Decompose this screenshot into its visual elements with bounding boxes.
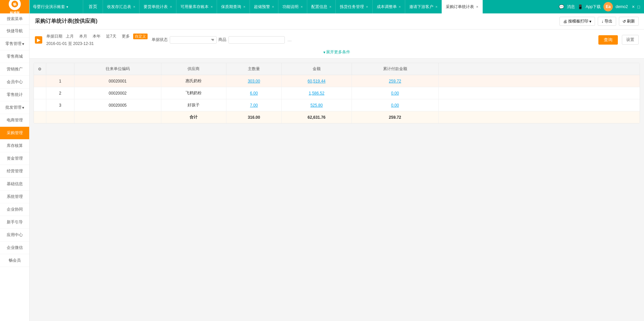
top-nav-bar: 母婴行业演示账套 ▾ 首页 收发存汇总表 × 要货单统计表 × 可用量库存账本 …	[30, 0, 644, 13]
cell-extra-3	[438, 99, 640, 111]
date-btn-more[interactable]: 更多	[120, 33, 132, 40]
close-icon3[interactable]: ×	[211, 5, 213, 9]
sidebar-item-app-center[interactable]: 应用中心	[0, 229, 29, 242]
cell-qty-3[interactable]: 7.00	[226, 99, 282, 111]
cell-amount-3[interactable]: 525.80	[281, 99, 352, 111]
refresh-icon: ↺	[623, 19, 626, 24]
filter-toggle-button[interactable]: ▶	[35, 36, 42, 44]
print-button[interactable]: 🖨 按模板打印 ▾	[559, 17, 595, 26]
cell-num-3: 3	[46, 99, 74, 111]
date-btn-this-year[interactable]: 本年	[91, 33, 103, 40]
sidebar-item-quick-nav[interactable]: 快捷导航	[0, 25, 29, 38]
sidebar-item-enterprise-coop[interactable]: 企业协同	[0, 203, 29, 216]
cell-paid-3[interactable]: 0.00	[352, 99, 438, 111]
sidebar-item-search[interactable]: 搜索菜单	[0, 13, 29, 25]
sidebar-item-sys-mgmt[interactable]: 系统管理	[0, 191, 29, 203]
status-select[interactable]	[170, 36, 217, 44]
goods-filter: 商品 …	[218, 36, 292, 44]
cell-qty-2[interactable]: 6.00	[226, 87, 282, 99]
cell-amount-2[interactable]: 1,586.52	[281, 87, 352, 99]
expand-bar: ▾ 展开更多条件	[35, 49, 639, 55]
date-btn-last7days[interactable]: 近7天	[104, 33, 118, 40]
window-close-btn[interactable]: ×	[632, 4, 635, 9]
cell-paid-1[interactable]: 259.72	[352, 75, 438, 87]
sidebar-item-wholesale-mgmt[interactable]: 批发管理 ▾	[0, 101, 29, 114]
date-btn-this-month[interactable]: 本月	[77, 33, 89, 40]
query-button[interactable]: 查询	[598, 35, 618, 45]
tab-feature-desc[interactable]: 功能说明 ×	[278, 0, 307, 13]
col-settings[interactable]: ⚙	[34, 63, 46, 75]
tab-warranty-query-label: 保质期查询	[221, 4, 241, 10]
cell-supplier-3: 好孩子	[161, 99, 226, 111]
tab-receive-send[interactable]: 收发存汇总表 ×	[103, 0, 140, 13]
message-icon[interactable]: 💬	[559, 4, 564, 9]
avatar[interactable]: Ea	[603, 2, 613, 11]
sidebar-item-member-center[interactable]: 会员中心	[0, 76, 29, 89]
footer-label: 合计	[161, 111, 226, 123]
tab-purchase-list-stats[interactable]: 要货单统计表 ×	[140, 0, 176, 13]
cell-qty-1[interactable]: 303.00	[226, 75, 282, 87]
settings-button[interactable]: 设置	[622, 35, 639, 45]
close-icon[interactable]: ×	[133, 5, 135, 9]
refresh-button[interactable]: ↺ 刷新	[619, 17, 639, 26]
col-supplier: 供应商	[161, 63, 226, 75]
sidebar-item-basic-info[interactable]: 基础信息	[0, 178, 29, 191]
tab-available-inventory[interactable]: 可用量库存账本 ×	[176, 0, 217, 13]
workspace-selector[interactable]: 母婴行业演示账套	[33, 4, 65, 10]
cell-num-1: 1	[46, 75, 74, 87]
data-table: ⚙ 往来单位编码 供应商 主数量 金额 累计付款金额 1 00020001	[34, 63, 640, 123]
tab-cost-adjust-label: 成本调整单	[377, 4, 397, 10]
expand-more-button[interactable]: ▾ 展开更多条件	[323, 49, 350, 55]
close-icon8[interactable]: ×	[366, 5, 368, 9]
footer-paid: 259.72	[352, 111, 438, 123]
tab-config-info[interactable]: 配置信息 ×	[307, 0, 336, 13]
sidebar-item-retail-store[interactable]: 零售商城	[0, 50, 29, 63]
tab-cost-adjust[interactable]: 成本调整单 ×	[373, 0, 405, 13]
print-dropdown-icon: ▾	[589, 19, 591, 24]
sidebar-item-pro-member[interactable]: 畅会员	[0, 254, 29, 267]
sidebar-item-biz-mgmt[interactable]: 经营管理	[0, 165, 29, 178]
expand-more-label: 展开更多条件	[326, 49, 350, 55]
close-icon10[interactable]: ×	[435, 5, 437, 9]
sidebar-item-retail-stats[interactable]: 零售统计	[0, 89, 29, 101]
footer-num	[46, 111, 74, 123]
sidebar-item-enterprise-wechat[interactable]: 企业微信	[0, 242, 29, 254]
window-max-btn[interactable]: □	[637, 4, 640, 9]
tab-receive-send-label: 收发存汇总表	[107, 4, 131, 10]
sidebar-item-purchase-mgmt[interactable]: 采购管理	[0, 127, 29, 140]
tab-purchase-order-stats[interactable]: 采购订单统计表 ×	[442, 0, 482, 13]
tab-pick-task[interactable]: 拣货任务管理 ×	[336, 0, 372, 13]
refresh-label: 刷新	[627, 18, 635, 24]
export-button[interactable]: ↓ 导出	[598, 17, 616, 26]
sidebar-item-new-guide[interactable]: 新手引导	[0, 216, 29, 229]
close-icon9[interactable]: ×	[399, 5, 401, 9]
tab-home[interactable]: 首页	[83, 0, 103, 13]
close-icon5[interactable]: ×	[272, 5, 274, 9]
close-icon7[interactable]: ×	[329, 5, 331, 9]
goods-input[interactable]	[228, 36, 285, 44]
tab-invite-downstream-label: 邀请下游客户	[409, 4, 433, 10]
close-icon4[interactable]: ×	[243, 5, 245, 9]
cell-paid-2[interactable]: 0.00	[352, 87, 438, 99]
workspace-dropdown-icon: ▾	[66, 5, 68, 9]
main-area: 母婴行业演示账套 ▾ 首页 收发存汇总表 × 要货单统计表 × 可用量库存账本 …	[30, 0, 644, 321]
sidebar-item-inventory-check[interactable]: 库存核算	[0, 140, 29, 152]
tab-overstock-warning[interactable]: 超储预警 ×	[250, 0, 278, 13]
sidebar-item-retail-mgmt[interactable]: 零售管理 ▾	[0, 38, 29, 50]
close-icon11[interactable]: ×	[476, 5, 478, 9]
tab-warranty-query[interactable]: 保质期查询 ×	[217, 0, 250, 13]
sidebar-item-ecommerce-mgmt[interactable]: 电商管理	[0, 114, 29, 127]
tab-invite-downstream[interactable]: 邀请下游客户 ×	[405, 0, 442, 13]
sidebar-item-marketing[interactable]: 营销推广	[0, 63, 29, 76]
date-range-display: 2016-01-01 至 2023-12-31	[46, 41, 148, 47]
cell-amount-1[interactable]: 60,519.44	[281, 75, 352, 87]
print-icon: 🖨	[563, 19, 567, 24]
tab-overstock-warning-label: 超储预警	[254, 4, 270, 10]
app-download-icon[interactable]: 📱	[578, 4, 583, 9]
close-icon6[interactable]: ×	[301, 5, 303, 9]
close-icon2[interactable]: ×	[170, 5, 172, 9]
sidebar-item-finance-mgmt[interactable]: 资金管理	[0, 152, 29, 165]
page-title: 采购订单统计表(按供应商)	[35, 18, 98, 25]
date-btn-last-month[interactable]: 上月	[64, 33, 76, 40]
goods-more-icon[interactable]: …	[287, 37, 292, 42]
